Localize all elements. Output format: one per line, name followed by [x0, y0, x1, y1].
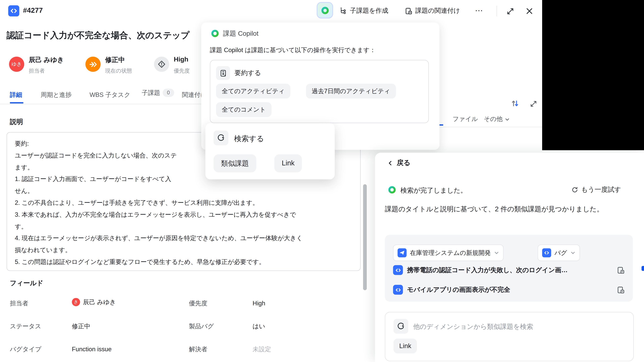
description-line: す。 — [15, 221, 352, 233]
tab-details[interactable]: 詳細 — [10, 91, 22, 99]
priority-icon[interactable] — [154, 57, 169, 72]
status-icon[interactable] — [85, 57, 100, 72]
more-menu-button[interactable]: ⋯ — [473, 5, 485, 16]
tab-wbs-subtasks[interactable]: WBS 子タスク — [90, 91, 130, 99]
description-line: 損なわれています。 — [15, 244, 352, 256]
link-issue-label: 課題の関連付け — [415, 6, 460, 15]
clipboard-link-icon — [404, 7, 412, 14]
copilot-button[interactable] — [318, 3, 332, 17]
description-line: 2. この不具合により、ユーザーは手続きを完了できず、サービス利用に支障が出ます… — [15, 197, 352, 209]
similar-search-input[interactable]: 他のディメンションから類似課題を検索 Link — [385, 312, 634, 361]
assignee-avatar[interactable]: ゆき — [9, 57, 24, 72]
link-issue-icon[interactable] — [616, 286, 625, 294]
chevron-down-icon — [505, 117, 510, 122]
description-heading: 説明 — [10, 118, 23, 126]
edge-indicator-fragment — [642, 266, 644, 271]
field-value-priority[interactable]: High — [252, 300, 265, 307]
back-button[interactable]: 戻る — [387, 158, 410, 167]
retry-button[interactable]: もう一度試す — [572, 186, 621, 194]
summarize-card: 要約する 全てのアクティビティ 過去7日間のアクティビティ 全てのコメント — [210, 60, 429, 123]
similar-issues-panel: 戻る 検索が完了しました。 もう一度試す 課題のタイトルと説明に基づいて、2 件… — [375, 153, 644, 362]
status-value[interactable]: 修正中 — [105, 56, 125, 64]
chip-last7days-activity[interactable]: 過去7日間のアクティビティ — [306, 84, 396, 98]
priority-label: 優先度 — [174, 67, 190, 75]
bug-type-icon — [542, 248, 551, 257]
project-icon — [398, 248, 407, 257]
issue-type-dropdown-label: バグ — [554, 249, 567, 257]
project-dropdown[interactable]: 在庫管理システムの新規開発 — [393, 245, 504, 261]
sort-order-button[interactable] — [509, 98, 521, 109]
results-card: 在庫管理システムの新規開発 バグ 携帯電話の認証コード入力が失敗し、次のログイン… — [385, 235, 633, 302]
field-value-product-bug[interactable]: はい — [252, 323, 265, 331]
issue-detail-window: #4277 子課題を作成 課題の関連付け ⋯ 認証コード入力が不完全な場合、次の… — [0, 0, 644, 362]
copilot-popup-title: 課題 Copilot — [223, 29, 258, 38]
side-tabs-divider — [440, 127, 542, 127]
field-label-product-bug: 製品バグ — [189, 323, 214, 331]
field-value-status[interactable]: 修正中 — [72, 323, 90, 331]
expand-panel-button[interactable] — [528, 98, 539, 110]
close-icon — [525, 7, 534, 15]
description-line: 5. この問題は認証やログインなど重要なフローで発生するため、早急な修正が必要で… — [15, 256, 352, 268]
field-value-assignee[interactable]: き 辰己 みゆき — [72, 298, 116, 306]
search-input-placeholder: 他のディメンションから類似課題を検索 — [413, 323, 533, 331]
side-tab-files[interactable]: ファイル — [453, 115, 478, 123]
field-label-status: ステータス — [10, 323, 41, 331]
copilot-search-panel: 検索する 類似課題 Link — [205, 123, 334, 179]
side-tab-more-label: その他 — [484, 115, 502, 123]
tab-subissues-label: 子課題 — [142, 89, 160, 97]
status-label: 現在の状態 — [105, 67, 132, 75]
assignee-value-text: 辰己 みゆき — [83, 298, 116, 306]
summarize-icon — [216, 66, 230, 80]
subissue-count-badge: 0 — [163, 89, 174, 97]
issue-id: #4277 — [23, 6, 43, 15]
chip-all-comments[interactable]: 全てのコメント — [216, 102, 272, 117]
header-divider — [496, 6, 497, 16]
chevron-down-icon — [570, 250, 575, 255]
field-value-bug-type[interactable]: Function issue — [72, 346, 112, 353]
copilot-donut-icon — [320, 6, 329, 14]
result-item[interactable]: 携帯電話の認証コード入力が失敗し、次のログイン画… — [393, 265, 625, 275]
description-line: 3. 本来であれば、入力が不完全な場合はエラーメッセージを表示し、ユーザーに再入… — [15, 209, 352, 221]
ai-search-icon — [214, 131, 228, 145]
expand-window-button[interactable] — [504, 5, 516, 17]
link-issue-icon[interactable] — [616, 266, 625, 274]
result-title[interactable]: 携帯電話の認証コード入力が失敗し、次のログイン画… — [407, 266, 616, 274]
chip-similar-issues[interactable]: 類似課題 — [214, 154, 256, 172]
side-tab-more[interactable]: その他 — [484, 115, 510, 123]
issue-type-icon — [8, 5, 19, 16]
more-icon: ⋯ — [475, 8, 483, 12]
sort-icon — [510, 99, 520, 108]
project-dropdown-label: 在庫管理システムの新規開発 — [410, 249, 491, 257]
issue-type-dropdown[interactable]: バグ — [538, 245, 580, 261]
chip-link[interactable]: Link — [274, 154, 302, 172]
field-value-resolver[interactable]: 未設定 — [252, 346, 271, 354]
field-label-resolver: 解決者 — [189, 346, 208, 354]
summarize-label: 要約する — [234, 69, 261, 77]
link-issue-button[interactable]: 課題の関連付け — [404, 4, 460, 17]
issue-title: 認証コード入力が不完全な場合、次のステップ — [6, 29, 190, 41]
subissue-tree-icon — [339, 7, 347, 14]
priority-value[interactable]: High — [174, 56, 188, 63]
search-summary: 課題のタイトルと説明に基づいて、2 件の類似課題が見つかりました。 — [385, 203, 638, 216]
issue-type-icon — [393, 265, 403, 275]
active-tab-indicator — [10, 102, 24, 103]
close-button[interactable] — [524, 5, 535, 17]
create-subissue-button[interactable]: 子課題を作成 — [339, 4, 388, 17]
ai-search-icon — [394, 319, 408, 334]
vertical-scrollbar[interactable] — [363, 184, 367, 290]
assignee-name[interactable]: 辰己 みゆき — [29, 56, 64, 64]
tab-subissues[interactable]: 子課題 0 — [142, 89, 174, 97]
search-action-label: 検索する — [234, 134, 264, 144]
chevron-down-icon — [494, 250, 499, 255]
tab-cycle-progress[interactable]: 周期と進捗 — [40, 91, 72, 99]
description-line: せん。 — [15, 185, 352, 197]
chip-link[interactable]: Link — [394, 339, 417, 353]
search-complete-status: 検索が完了しました。 — [400, 186, 467, 195]
copilot-popup-subtitle: 課題 Copilot は課題に基づいて以下の操作を実行できます： — [210, 46, 376, 54]
expand-icon — [506, 7, 514, 15]
refresh-icon — [572, 186, 578, 193]
result-title[interactable]: モバイルアプリの画面表示が不完全 — [407, 285, 616, 294]
chip-all-activity[interactable]: 全てのアクティビティ — [216, 84, 290, 98]
result-item[interactable]: モバイルアプリの画面表示が不完全 — [393, 285, 625, 295]
description-line: 4. 現在はエラーメッセージが表示されず、ユーザーが原因を特定できないため、ユー… — [15, 232, 352, 244]
